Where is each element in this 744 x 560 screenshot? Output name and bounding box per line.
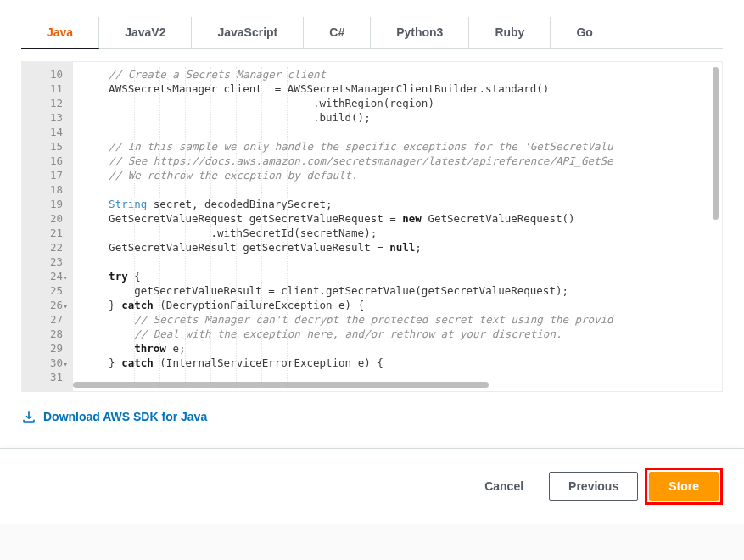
- tab-python3[interactable]: Python3: [371, 17, 469, 48]
- code-line: // We rethrow the exception by default.: [109, 169, 358, 182]
- code-token-keyword: catch: [121, 299, 154, 311]
- previous-button[interactable]: Previous: [549, 472, 638, 501]
- code-editor[interactable]: 10 11 12 13 14 15 16 17 18 19 20 21 22 2…: [21, 61, 723, 392]
- code-token-keyword: throw: [134, 342, 166, 355]
- code-line: ;: [415, 241, 422, 254]
- line-number: 12: [22, 96, 68, 110]
- download-sdk-link[interactable]: Download AWS SDK for Java: [21, 409, 207, 424]
- code-token-keyword: new: [402, 212, 422, 225]
- line-number: 11: [22, 81, 68, 96]
- code-token-type: String: [109, 198, 147, 210]
- line-gutter: 10 11 12 13 14 15 16 17 18 19 20 21 22 2…: [22, 62, 73, 391]
- line-number: 17: [22, 168, 68, 182]
- footer-actions: Cancel Previous Store: [0, 448, 744, 524]
- line-number: 15: [22, 139, 68, 154]
- line-number: 16: [22, 154, 68, 168]
- cancel-button[interactable]: Cancel: [466, 473, 542, 500]
- horizontal-scrollbar[interactable]: [73, 382, 489, 388]
- tab-javascript[interactable]: JavaScript: [192, 17, 304, 48]
- tab-javav2[interactable]: JavaV2: [99, 17, 192, 48]
- tab-ruby[interactable]: Ruby: [469, 17, 551, 48]
- tab-java[interactable]: Java: [21, 17, 99, 49]
- download-sdk-label: Download AWS SDK for Java: [43, 410, 207, 423]
- line-number[interactable]: 30: [22, 356, 68, 370]
- line-number: 22: [22, 240, 68, 255]
- line-number: 25: [22, 283, 68, 298]
- code-line: AWSSecretsManager client = AWSSecretsMan…: [109, 82, 549, 95]
- line-number: 20: [22, 211, 68, 226]
- language-tabs: Java JavaV2 JavaScript C# Python3 Ruby G…: [21, 17, 723, 49]
- code-area[interactable]: // Create a Secrets Manager client AWSSe…: [73, 62, 722, 391]
- code-line: secret, decodedBinarySecret;: [147, 198, 332, 210]
- code-line: // Secrets Manager can't decrypt the pro…: [134, 313, 613, 326]
- store-button[interactable]: Store: [649, 472, 719, 501]
- vertical-scrollbar[interactable]: [713, 67, 719, 220]
- panel: Java JavaV2 JavaScript C# Python3 Ruby G…: [0, 0, 744, 524]
- line-number: 19: [22, 197, 68, 211]
- line-number[interactable]: 26: [22, 298, 68, 312]
- code-line: {: [128, 270, 141, 283]
- code-line: GetSecretValueRequest getSecretValueRequ…: [109, 212, 402, 225]
- line-number: 31: [22, 370, 68, 384]
- code-line: }: [109, 299, 121, 311]
- code-line: (InternalServiceErrorException e) {: [154, 356, 383, 369]
- tab-csharp[interactable]: C#: [304, 17, 371, 48]
- line-number: 21: [22, 226, 68, 240]
- line-number: 10: [22, 67, 68, 81]
- line-number: 27: [22, 312, 68, 327]
- code-line: GetSecretValueRequest(): [422, 212, 575, 225]
- line-number: 29: [22, 341, 68, 356]
- code-line: // Create a Secrets Manager client: [109, 68, 326, 81]
- line-number[interactable]: 24: [22, 269, 68, 283]
- line-number: 23: [22, 255, 68, 269]
- code-line: }: [109, 356, 121, 369]
- download-icon: [21, 409, 36, 424]
- line-number: 14: [22, 125, 68, 139]
- code-line: // In this sample we only handle the spe…: [109, 140, 613, 153]
- code-line: .withSecretId(secretName);: [211, 227, 378, 239]
- code-token-keyword: null: [389, 241, 415, 254]
- store-highlight: Store: [645, 468, 723, 505]
- code-line: GetSecretValueResult getSecretValueResul…: [109, 241, 389, 254]
- code-token-keyword: catch: [121, 356, 154, 369]
- code-line: // Deal with the exception here, and/or …: [134, 328, 562, 340]
- code-line: .build();: [313, 111, 371, 124]
- code-line: (DecryptionFailureException e) {: [154, 299, 364, 311]
- line-number: 28: [22, 327, 68, 341]
- code-line: getSecretValueResult = client.getSecretV…: [134, 284, 568, 297]
- line-number: 18: [22, 182, 68, 197]
- line-number: 13: [22, 110, 68, 125]
- tab-go[interactable]: Go: [551, 17, 618, 48]
- code-line: // See https://docs.aws.amazon.com/secre…: [109, 154, 613, 167]
- code-line: .withRegion(region): [313, 97, 434, 109]
- code-token-keyword: try: [109, 270, 128, 283]
- code-line: e;: [166, 342, 186, 355]
